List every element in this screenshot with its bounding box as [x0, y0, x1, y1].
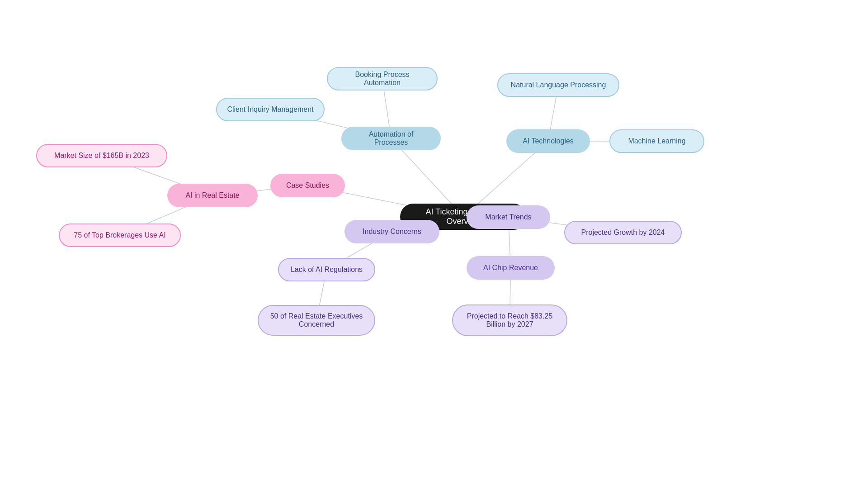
projected-growth-node[interactable]: Projected Growth by 2024: [564, 221, 682, 244]
market-size-label: Market Size of $165B in 2023: [54, 152, 149, 160]
ai-technologies-node[interactable]: AI Technologies: [506, 129, 590, 153]
automation-label: Automation of Processes: [351, 130, 431, 147]
client-inquiry-label: Client Inquiry Management: [227, 105, 313, 114]
mindmap-container: AI Ticketing Systems Overview Automation…: [0, 0, 868, 490]
market-size-node[interactable]: Market Size of $165B in 2023: [36, 144, 167, 167]
market-trends-node[interactable]: Market Trends: [467, 205, 550, 229]
projected-growth-label: Projected Growth by 2024: [581, 228, 665, 237]
ai-chip-revenue-node[interactable]: AI Chip Revenue: [467, 256, 555, 280]
booking-process-automation-node[interactable]: Booking Process Automation: [327, 67, 438, 90]
machine-learning-node[interactable]: Machine Learning: [609, 129, 704, 153]
case-studies-node[interactable]: Case Studies: [270, 174, 345, 197]
ai-in-real-estate-node[interactable]: AI in Real Estate: [167, 184, 258, 207]
executives-concerned-node[interactable]: 50 of Real Estate Executives Concerned: [258, 305, 375, 336]
nlp-node[interactable]: Natural Language Processing: [497, 73, 619, 97]
industry-concerns-label: Industry Concerns: [363, 228, 421, 236]
client-inquiry-management-node[interactable]: Client Inquiry Management: [216, 98, 325, 121]
automation-of-processes-node[interactable]: Automation of Processes: [341, 127, 441, 150]
market-trends-label: Market Trends: [485, 213, 531, 221]
lack-of-regulations-node[interactable]: Lack of AI Regulations: [278, 258, 375, 281]
top-brokerages-node[interactable]: 75 of Top Brokerages Use AI: [59, 224, 181, 247]
industry-concerns-node[interactable]: Industry Concerns: [344, 220, 439, 243]
ml-label: Machine Learning: [628, 137, 685, 145]
projected-reach-node[interactable]: Projected to Reach $83.25 Billion by 202…: [452, 304, 567, 336]
executives-concerned-label: 50 of Real Estate Executives Concerned: [269, 312, 364, 328]
top-brokerages-label: 75 of Top Brokerages Use AI: [74, 231, 165, 239]
ai-real-estate-label: AI in Real Estate: [185, 191, 239, 200]
nlp-label: Natural Language Processing: [511, 81, 606, 89]
ai-chip-revenue-label: AI Chip Revenue: [483, 264, 538, 272]
booking-label: Booking Process Automation: [338, 71, 427, 87]
lack-regulations-label: Lack of AI Regulations: [291, 266, 363, 274]
ai-tech-label: AI Technologies: [523, 137, 574, 145]
projected-reach-label: Projected to Reach $83.25 Billion by 202…: [463, 312, 557, 328]
case-studies-label: Case Studies: [286, 181, 329, 190]
